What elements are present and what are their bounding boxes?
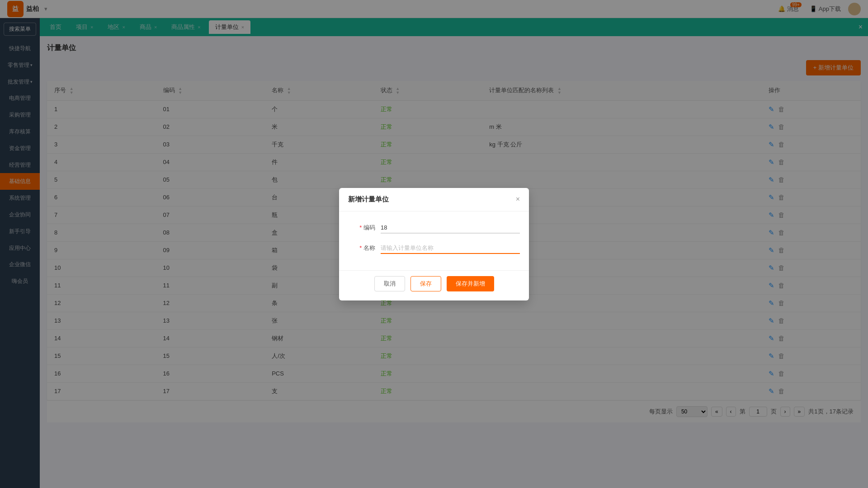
code-input[interactable] [381,222,520,234]
code-label: 编码 [348,224,375,232]
modal-header: 新增计量单位 × [339,188,529,211]
name-form-row: 名称 [348,243,520,254]
save-button[interactable]: 保存 [410,276,441,291]
modal-close-button[interactable]: × [516,195,520,203]
name-label: 名称 [348,244,375,252]
app-container: 益 益柏 ▾ 🔔 消息 99+ 📱 App下载 搜索菜单 快捷导 [0,0,868,488]
add-unit-modal: 新增计量单位 × 编码 名称 取消 保存 保存并新增 [339,188,529,300]
modal-overlay: 新增计量单位 × 编码 名称 取消 保存 保存并新增 [0,0,868,488]
cancel-button[interactable]: 取消 [374,276,405,291]
modal-title: 新增计量单位 [348,195,389,204]
modal-body: 编码 名称 [339,211,529,270]
code-form-row: 编码 [348,222,520,234]
save-and-new-button[interactable]: 保存并新增 [447,276,494,291]
name-input[interactable] [381,243,520,254]
modal-footer: 取消 保存 保存并新增 [339,270,529,300]
